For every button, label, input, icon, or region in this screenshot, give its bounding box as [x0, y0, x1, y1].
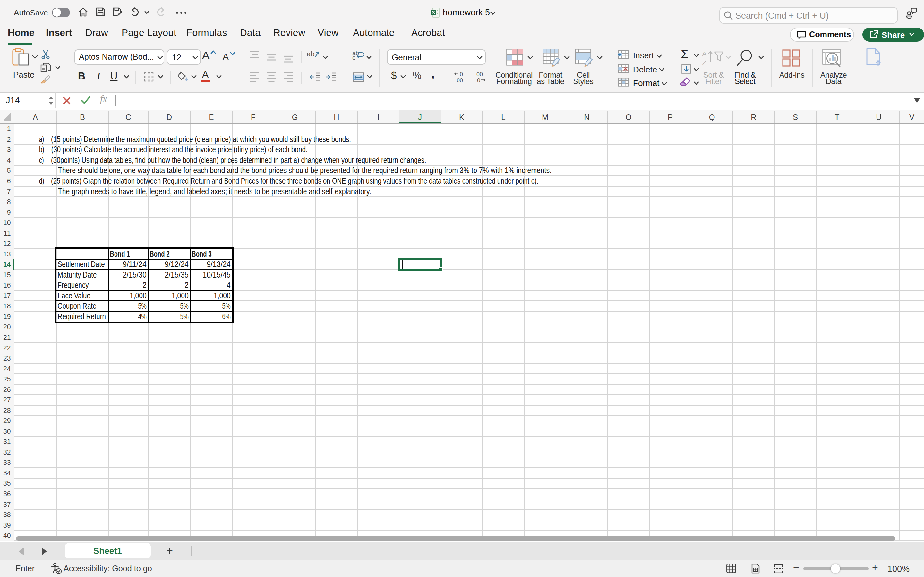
- svg-text:T: T: [835, 113, 840, 121]
- svg-text:(15 points) Determine the maxi: (15 points) Determine the maximum quoted…: [51, 135, 351, 143]
- svg-text:4%: 4%: [138, 312, 146, 321]
- svg-text:9: 9: [7, 209, 11, 216]
- svg-text:K: K: [459, 113, 464, 121]
- svg-text:29: 29: [3, 417, 11, 424]
- svg-text:31: 31: [3, 438, 11, 445]
- svg-text:5%: 5%: [180, 312, 188, 321]
- svg-text:3: 3: [7, 146, 11, 153]
- svg-text:5%: 5%: [138, 301, 146, 310]
- svg-text:Bond 1: Bond 1: [110, 250, 129, 258]
- svg-text:1,000: 1,000: [214, 291, 231, 300]
- svg-text:36: 36: [3, 490, 11, 498]
- svg-text:32: 32: [3, 448, 11, 456]
- svg-text:N: N: [584, 113, 590, 121]
- svg-text:2: 2: [143, 280, 147, 290]
- svg-text:18: 18: [3, 302, 11, 309]
- svg-text:0: 0: [460, 71, 463, 77]
- svg-text:.00: .00: [475, 71, 483, 77]
- svg-text:19: 19: [3, 313, 11, 320]
- svg-text:37: 37: [3, 501, 11, 508]
- svg-text:16: 16: [3, 282, 11, 289]
- svg-text:a): a): [39, 135, 44, 143]
- svg-text:39: 39: [3, 522, 11, 529]
- svg-text:1,000: 1,000: [129, 291, 147, 300]
- svg-text:Settlement Date: Settlement Date: [58, 259, 105, 269]
- svg-text:A: A: [702, 50, 707, 58]
- svg-text:1,000: 1,000: [172, 291, 189, 300]
- svg-text:O: O: [626, 113, 632, 121]
- svg-text:21: 21: [3, 334, 11, 341]
- svg-text:V: V: [909, 113, 914, 121]
- svg-text:30: 30: [3, 428, 11, 435]
- svg-text:2: 2: [7, 135, 11, 143]
- svg-text:5%: 5%: [222, 301, 230, 310]
- svg-text:A: A: [33, 113, 38, 121]
- svg-text:9/11/24: 9/11/24: [123, 259, 147, 269]
- svg-text:c: c: [352, 54, 355, 61]
- svg-text:J: J: [418, 113, 422, 121]
- svg-text:Q: Q: [709, 113, 715, 121]
- svg-text:38: 38: [3, 511, 11, 518]
- svg-text:Coupon Rate: Coupon Rate: [58, 301, 97, 310]
- svg-text:26: 26: [3, 386, 11, 393]
- svg-text:Bond 3: Bond 3: [192, 250, 212, 258]
- svg-text:33: 33: [3, 459, 11, 466]
- svg-text:D: D: [166, 113, 172, 121]
- svg-text:17: 17: [3, 292, 11, 300]
- svg-text:14: 14: [3, 261, 11, 268]
- svg-text:Bond 2: Bond 2: [150, 250, 170, 258]
- svg-text:5%: 5%: [180, 301, 188, 310]
- svg-text:L: L: [501, 113, 505, 121]
- svg-text:S: S: [793, 113, 798, 121]
- svg-text:12: 12: [3, 240, 11, 247]
- svg-text:1: 1: [7, 125, 11, 132]
- svg-text:b): b): [39, 145, 44, 154]
- svg-text:ab: ab: [307, 50, 314, 58]
- svg-text:28: 28: [3, 407, 11, 414]
- svg-text:34: 34: [3, 469, 11, 477]
- svg-text:Required Return: Required Return: [58, 312, 106, 321]
- svg-text:2: 2: [185, 280, 189, 290]
- svg-text:2/15/30: 2/15/30: [123, 270, 147, 279]
- svg-text:9/13/24: 9/13/24: [207, 259, 231, 269]
- svg-text:2/15/35: 2/15/35: [165, 270, 189, 279]
- svg-text:Face Value: Face Value: [58, 291, 90, 300]
- svg-text:25: 25: [3, 376, 11, 383]
- svg-text:H: H: [334, 113, 339, 121]
- svg-text:I: I: [377, 113, 380, 121]
- svg-text:M: M: [542, 113, 548, 121]
- svg-text:24: 24: [3, 365, 11, 372]
- svg-text:c): c): [39, 155, 44, 164]
- svg-text:11: 11: [4, 229, 11, 237]
- svg-text:10: 10: [3, 219, 11, 226]
- svg-text:(30 points) Calculate the accr: (30 points) Calculate the accrued intere…: [51, 145, 308, 154]
- svg-text:10/15/45: 10/15/45: [203, 270, 231, 279]
- svg-text:The graph needs to have title,: The graph needs to have title, legend, a…: [58, 187, 371, 196]
- svg-text:35: 35: [3, 480, 11, 487]
- svg-text:6%: 6%: [222, 312, 230, 321]
- svg-text:F: F: [251, 113, 256, 121]
- svg-text:7: 7: [7, 188, 11, 195]
- svg-text:R: R: [751, 113, 756, 121]
- svg-text:0: 0: [477, 77, 480, 84]
- svg-text:G: G: [292, 113, 298, 121]
- svg-text:5: 5: [7, 167, 11, 174]
- svg-text:E: E: [208, 113, 214, 121]
- svg-text:Z: Z: [702, 59, 706, 67]
- svg-text:Frequency: Frequency: [58, 280, 89, 290]
- svg-text:(30points) Using data tables,: (30points) Using data tables, find out h…: [51, 155, 426, 164]
- svg-text:13: 13: [3, 250, 11, 258]
- svg-text:27: 27: [3, 396, 11, 404]
- svg-text:P: P: [668, 113, 673, 121]
- svg-text:15: 15: [3, 271, 11, 279]
- svg-text:(25 points) Graph the relation: (25 points) Graph the relation between R…: [51, 176, 538, 185]
- svg-text:B: B: [80, 113, 85, 121]
- svg-text:8: 8: [7, 198, 11, 205]
- svg-text:40: 40: [3, 532, 11, 539]
- svg-text:4: 4: [227, 280, 231, 290]
- svg-text:U: U: [876, 113, 881, 121]
- svg-text:.00: .00: [455, 77, 463, 84]
- svg-text:23: 23: [3, 355, 11, 362]
- svg-text:4: 4: [7, 156, 11, 164]
- svg-text:There should be one, one-way d: There should be one, one-way data table …: [58, 166, 551, 175]
